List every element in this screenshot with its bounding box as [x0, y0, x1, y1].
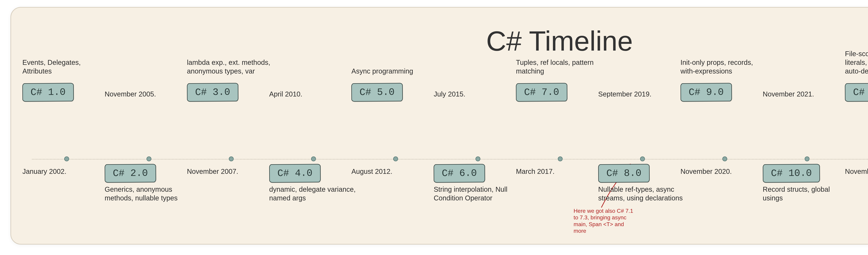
version-date: March 2017. [516, 168, 555, 175]
version-description: Generics, anonymous methods, nullable ty… [105, 185, 193, 202]
card-panel: C# Timeline Here we got also C# 7.1 to 7… [10, 7, 868, 245]
version-badge-wrap: C# 1.0 [22, 83, 74, 102]
version-badge: C# 11.0 [845, 83, 868, 102]
version-description: String interpolation, Null Condition Ope… [434, 185, 522, 202]
version-date: November 2005. [105, 90, 156, 98]
version-description: dynamic, delegate variance, named args [269, 185, 358, 202]
timeline-dot [64, 157, 69, 161]
version-date: November 2022. [845, 168, 868, 175]
version-description: Nullable ref-types, async streams, using… [598, 185, 687, 202]
annotation-note: Here we got also C# 7.1 to 7.3, bringing… [574, 207, 636, 234]
version-description: Record structs, global usings [763, 185, 851, 202]
version-date: September 2019. [598, 90, 652, 98]
timeline-dot [393, 157, 398, 161]
timeline: Here we got also C# 7.1 to 7.3, bringing… [32, 133, 868, 237]
version-date: November 2007. [187, 168, 238, 175]
version-badge: C# 6.0 [434, 164, 485, 183]
timeline-dot [805, 157, 809, 161]
timeline-dot [640, 157, 645, 161]
timeline-dot [475, 157, 480, 161]
timeline-dot [722, 157, 727, 161]
version-badge-wrap: C# 10.0 [763, 164, 820, 182]
version-badge: C# 3.0 [187, 83, 238, 102]
version-badge: C# 2.0 [104, 164, 156, 183]
version-badge: C# 5.0 [351, 83, 403, 102]
version-description: Events, Delegates, Attributes [22, 58, 111, 76]
version-badge: C# 7.0 [516, 83, 567, 102]
version-description: Tuples, ref locals, pattern matching [516, 58, 604, 76]
version-badge-wrap: C# 3.0 [187, 83, 238, 102]
version-date: April 2010. [269, 90, 302, 98]
version-description: Async programming [351, 67, 440, 76]
version-badge-wrap: C# 5.0 [351, 83, 403, 102]
timeline-dot [147, 157, 151, 161]
version-date: November 2021. [763, 90, 814, 98]
version-date: January 2002. [22, 168, 66, 175]
version-badge: C# 1.0 [22, 83, 74, 102]
version-description: lambda exp., ext. methods, anonymous typ… [187, 58, 276, 76]
version-badge-wrap: C# 9.0 [681, 83, 732, 102]
version-badge: C# 8.0 [598, 164, 649, 183]
timeline-dot [311, 157, 316, 161]
timeline-axis [32, 159, 868, 160]
version-badge: C# 10.0 [763, 164, 820, 183]
version-description: File-scoped types, raw string literals, … [845, 49, 868, 76]
timeline-dot [229, 157, 234, 161]
version-badge: C# 4.0 [269, 164, 320, 183]
page-title: C# Timeline [11, 25, 868, 57]
version-badge-wrap: C# 4.0 [269, 164, 321, 182]
version-badge-wrap: C# 2.0 [105, 164, 156, 182]
version-date: July 2015. [434, 90, 465, 98]
timeline-dot [558, 157, 563, 161]
version-date: November 2020. [681, 168, 732, 175]
page: C# Timeline Here we got also C# 7.1 to 7… [0, 0, 868, 255]
version-badge-wrap: C# 6.0 [434, 164, 485, 182]
version-badge-wrap: C# 8.0 [598, 164, 650, 182]
version-badge-wrap: C# 11.0 [845, 83, 868, 102]
version-badge: C# 9.0 [680, 83, 732, 102]
version-description: Init-only props, records, with-expressio… [681, 58, 769, 76]
version-date: August 2012. [351, 168, 392, 175]
version-badge-wrap: C# 7.0 [516, 83, 567, 102]
